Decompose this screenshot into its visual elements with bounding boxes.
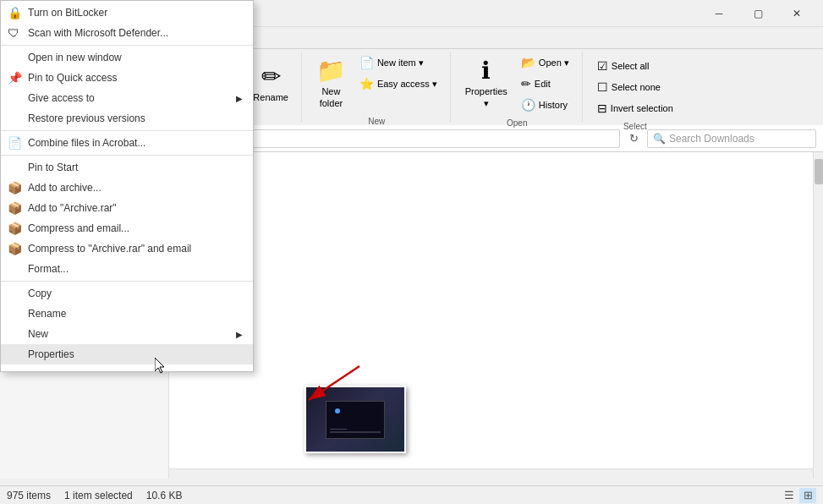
properties-icon: ℹ bbox=[481, 57, 491, 85]
select-all-label: Select all bbox=[612, 61, 650, 71]
easy-access-icon: ⭐ bbox=[359, 77, 374, 90]
separator-1 bbox=[1, 45, 253, 46]
edit-icon: ✏ bbox=[521, 77, 531, 90]
ctx-pin-quick-label: Pin to Quick access bbox=[28, 72, 117, 84]
search-placeholder: Search Downloads bbox=[669, 133, 754, 145]
ribbon-group-open: ℹ Properties▾ 📂 Open ▾ ✏ Edit 🕐 History … bbox=[453, 52, 583, 122]
content-area[interactable] bbox=[169, 152, 823, 479]
scrollbar-horizontal[interactable] bbox=[169, 468, 813, 479]
invert-label: Invert selection bbox=[611, 103, 673, 113]
ctx-bitlocker[interactable]: 🔒 Turn on BitLocker bbox=[1, 3, 253, 23]
select-all-button[interactable]: ☑ Select all bbox=[591, 56, 679, 76]
ctx-rename[interactable]: Rename bbox=[1, 304, 253, 324]
open-label: Open bbox=[507, 115, 527, 128]
separator-2 bbox=[1, 130, 253, 131]
thumbnail-preview bbox=[305, 386, 406, 453]
scrollbar-vertical[interactable] bbox=[813, 152, 823, 479]
ctx-properties[interactable]: Properties bbox=[1, 344, 253, 364]
maximize-button[interactable]: ▢ bbox=[738, 0, 777, 27]
ctx-pin-quick[interactable]: 📌 Pin to Quick access bbox=[1, 68, 253, 88]
ctx-give-access-label: Give access to bbox=[28, 92, 95, 104]
defender-icon: 🛡 bbox=[8, 26, 19, 40]
ctx-add-archive-rar-label: Add to "Archive.rar" bbox=[28, 202, 117, 214]
archive-icon-1: 📦 bbox=[8, 181, 22, 194]
easy-access-label: Easy access ▾ bbox=[377, 79, 437, 90]
ctx-rename-label: Rename bbox=[28, 308, 66, 320]
selected-count: 1 item selected bbox=[64, 490, 133, 501]
select-all-icon: ☑ bbox=[597, 59, 608, 73]
status-bar: 975 items 1 item selected 10.6 KB ☰ ⊞ bbox=[0, 485, 823, 504]
ctx-compress-email[interactable]: 📦 Compress and email... bbox=[1, 218, 253, 238]
history-button[interactable]: 🕐 History bbox=[515, 95, 575, 115]
thumbnail-dot bbox=[335, 408, 340, 414]
file-size: 10.6 KB bbox=[146, 490, 183, 501]
properties-button[interactable]: ℹ Properties▾ bbox=[459, 52, 513, 113]
new-item-button[interactable]: 📄 New item ▾ bbox=[354, 52, 443, 73]
ctx-compress-rar-email[interactable]: 📦 Compress to "Archive.rar" and email bbox=[1, 238, 253, 259]
select-none-button[interactable]: ☐ Select none bbox=[591, 77, 679, 97]
ctx-compress-rar-email-label: Compress to "Archive.rar" and email bbox=[28, 243, 191, 255]
ctx-compress-email-label: Compress and email... bbox=[28, 222, 129, 234]
properties-label: Properties▾ bbox=[465, 86, 508, 108]
ctx-bitlocker-label: Turn on BitLocker bbox=[28, 7, 107, 19]
view-controls: ☰ ⊞ bbox=[781, 488, 816, 503]
ctx-add-archive[interactable]: 📦 Add to archive... bbox=[1, 178, 253, 198]
separator-3 bbox=[1, 155, 253, 156]
history-label: History bbox=[539, 100, 568, 110]
ctx-give-access[interactable]: Give access to ▶ bbox=[1, 88, 253, 108]
archive-icon-2: 📦 bbox=[8, 201, 22, 215]
rename-icon: ✏ bbox=[261, 63, 281, 90]
search-field[interactable]: 🔍 Search Downloads bbox=[647, 129, 816, 148]
open-col: 📂 Open ▾ ✏ Edit 🕐 History bbox=[515, 52, 575, 115]
scrollbar-thumb[interactable] bbox=[815, 159, 823, 184]
ctx-open-new-window-label: Open in new window bbox=[28, 52, 122, 63]
history-icon: 🕐 bbox=[521, 98, 535, 112]
ctx-open-new-window[interactable]: Open in new window bbox=[1, 47, 253, 68]
ctx-restore-versions-label: Restore previous versions bbox=[28, 112, 145, 124]
close-button[interactable]: ✕ bbox=[777, 0, 816, 27]
ribbon-group-select: ☑ Select all ☐ Select none ⊟ Invert sele… bbox=[584, 52, 686, 122]
context-menu: 🔒 Turn on BitLocker 🛡 Scan with Microsof… bbox=[0, 0, 254, 372]
easy-access-button[interactable]: ⭐ Easy access ▾ bbox=[354, 74, 443, 94]
open-icon: 📂 bbox=[521, 56, 535, 69]
large-icons-view-button[interactable]: ⊞ bbox=[799, 488, 816, 503]
window-controls: ─ ▢ ✕ bbox=[700, 0, 816, 27]
archive-icon-4: 📦 bbox=[8, 242, 22, 255]
ctx-format[interactable]: Format... bbox=[1, 259, 253, 279]
search-icon: 🔍 bbox=[653, 133, 666, 145]
archive-icon-3: 📦 bbox=[8, 222, 22, 235]
details-view-button[interactable]: ☰ bbox=[781, 488, 798, 503]
open-buttons: ℹ Properties▾ 📂 Open ▾ ✏ Edit 🕐 History bbox=[459, 52, 575, 115]
ctx-pin-start[interactable]: Pin to Start bbox=[1, 157, 253, 178]
ctx-add-archive-rar[interactable]: 📦 Add to "Archive.rar" bbox=[1, 198, 253, 218]
invert-icon: ⊟ bbox=[597, 101, 607, 115]
ctx-new-label: New bbox=[28, 328, 48, 340]
refresh-button[interactable]: ↻ bbox=[623, 129, 644, 149]
rename-button[interactable]: ✏ Rename bbox=[247, 52, 294, 113]
ctx-combine-acrobat-label: Combine files in Acrobat... bbox=[28, 137, 145, 149]
new-folder-icon: 📁 bbox=[316, 57, 346, 85]
thumbnail-screen bbox=[326, 401, 385, 439]
open-label: Open ▾ bbox=[539, 58, 569, 68]
new-folder-button[interactable]: 📁 Newfolder bbox=[310, 52, 352, 113]
separator-4 bbox=[1, 281, 253, 282]
open-button[interactable]: 📂 Open ▾ bbox=[515, 52, 575, 73]
pin-icon: 📌 bbox=[8, 71, 22, 85]
new-item-label: New item ▾ bbox=[377, 58, 424, 68]
ctx-pin-start-label: Pin to Start bbox=[28, 162, 78, 173]
thumbnail-inner bbox=[306, 387, 404, 452]
ctx-defender[interactable]: 🛡 Scan with Microsoft Defender... bbox=[1, 23, 253, 43]
minimize-button[interactable]: ─ bbox=[700, 0, 738, 27]
edit-button[interactable]: ✏ Edit bbox=[515, 74, 575, 94]
invert-selection-button[interactable]: ⊟ Invert selection bbox=[591, 98, 679, 118]
bitlocker-icon: 🔒 bbox=[8, 6, 22, 19]
ctx-new[interactable]: New ▶ bbox=[1, 324, 253, 344]
rename-label: Rename bbox=[253, 92, 288, 103]
new-col: 📄 New item ▾ ⭐ Easy access ▾ bbox=[354, 52, 443, 94]
ctx-copy[interactable]: Copy bbox=[1, 283, 253, 304]
ctx-restore-versions[interactable]: Restore previous versions bbox=[1, 108, 253, 129]
ctx-combine-acrobat[interactable]: 📄 Combine files in Acrobat... bbox=[1, 133, 253, 153]
select-none-label: Select none bbox=[612, 82, 661, 92]
ctx-properties-label: Properties bbox=[28, 348, 74, 360]
select-none-icon: ☐ bbox=[597, 80, 608, 94]
